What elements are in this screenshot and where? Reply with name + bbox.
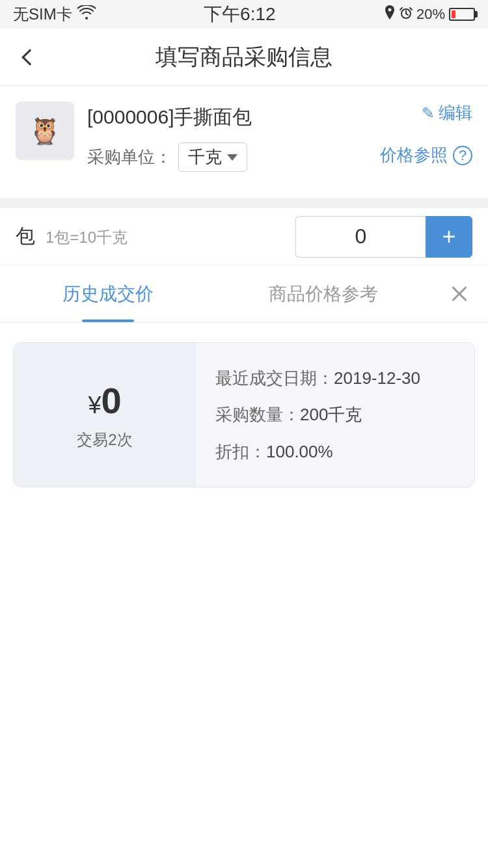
battery-icon — [449, 8, 475, 21]
plus-icon: + — [442, 223, 455, 251]
battery-percent: 20% — [416, 6, 445, 23]
quantity-input-area: + — [295, 216, 472, 258]
purchase-quantity-value: 200千克 — [300, 405, 362, 424]
product-actions: ✎ 编辑 价格参照 ? — [380, 102, 472, 167]
status-time: 下午6:12 — [204, 2, 276, 27]
discount-row: 折扣：100.00% — [215, 440, 455, 463]
tab-history-price[interactable]: 历史成交价 — [0, 265, 215, 322]
tab-header: 历史成交价 商品价格参考 — [0, 265, 488, 323]
currency-symbol: ¥ — [88, 392, 101, 418]
card-price-section: ¥0 交易2次 — [14, 343, 196, 487]
recent-date-label: 最近成交日期： — [215, 368, 334, 388]
product-name: [0000006]手撕面包 — [87, 104, 252, 131]
dropdown-arrow-icon — [227, 154, 237, 161]
discount-value: 100.00% — [266, 442, 333, 461]
svg-line-2 — [406, 14, 408, 15]
unit-select-dropdown[interactable]: 千克 — [178, 142, 247, 172]
price-number: 0 — [101, 380, 121, 421]
wifi-icon — [77, 5, 96, 23]
main-content-area — [0, 507, 488, 868]
tab-close-button[interactable] — [431, 265, 488, 323]
status-bar: 无SIM卡 下午6:12 20% — [0, 0, 488, 29]
tab-section: 历史成交价 商品价格参考 ¥0 交易2次 最近成交日期：2019-12-30 采… — [0, 265, 488, 868]
card-price-value: ¥0 — [88, 379, 121, 422]
product-unit-row: 采购单位： 千克 — [87, 142, 252, 172]
trade-count: 交易2次 — [77, 429, 132, 450]
card-details-section: 最近成交日期：2019-12-30 采购数量：200千克 折扣：100.00% — [196, 343, 474, 487]
back-arrow-icon — [21, 49, 38, 65]
tab-product-price-ref[interactable]: 商品价格参考 — [215, 265, 431, 322]
alarm-icon — [400, 5, 413, 23]
price-ref-button[interactable]: 价格参照 — [380, 144, 448, 167]
edit-label: 编辑 — [439, 102, 472, 124]
quantity-row: 包 1包=10千克 + — [0, 208, 488, 265]
quantity-plus-button[interactable]: + — [426, 216, 472, 258]
product-header: 🦉 [0000006]手撕面包 采购单位： 千克 ✎ 编辑 价格参照 — [16, 102, 472, 172]
back-button[interactable] — [16, 43, 44, 72]
product-info: [0000006]手撕面包 采购单位： 千克 — [87, 102, 252, 172]
status-left: 无SIM卡 — [13, 4, 96, 25]
recent-date-row: 最近成交日期：2019-12-30 — [215, 366, 455, 390]
quantity-equiv: 1包=10千克 — [46, 227, 128, 248]
carrier-text: 无SIM卡 — [13, 4, 72, 25]
edit-icon: ✎ — [422, 104, 435, 122]
product-thumbnail: 🦉 — [16, 102, 74, 160]
product-card: 🦉 [0000006]手撕面包 采购单位： 千克 ✎ 编辑 价格参照 — [0, 86, 488, 198]
unit-label: 采购单位： — [87, 146, 172, 169]
price-ref-row: 价格参照 ? — [380, 144, 472, 167]
page-title: 填写商品采购信息 — [156, 42, 332, 72]
close-icon — [450, 284, 469, 304]
recent-date-value: 2019-12-30 — [334, 368, 420, 388]
tab-history-price-label: 历史成交价 — [62, 282, 154, 306]
location-icon — [384, 5, 396, 23]
unit-value: 千克 — [188, 146, 222, 169]
status-right: 20% — [384, 5, 475, 23]
discount-label: 折扣： — [215, 442, 266, 461]
quantity-left: 包 1包=10千克 — [16, 223, 128, 250]
section-divider — [0, 198, 488, 208]
product-logo: 🦉 — [29, 116, 61, 146]
purchase-quantity-label: 采购数量： — [215, 405, 300, 424]
nav-header: 填写商品采购信息 — [0, 29, 488, 86]
edit-button[interactable]: ✎ 编辑 — [422, 102, 472, 124]
quantity-unit: 包 — [16, 223, 35, 250]
history-price-card: ¥0 交易2次 最近成交日期：2019-12-30 采购数量：200千克 折扣：… — [13, 342, 475, 487]
price-ref-help-icon[interactable]: ? — [453, 146, 472, 165]
purchase-quantity-row: 采购数量：200千克 — [215, 403, 455, 426]
tab-product-price-ref-label: 商品价格参考 — [269, 282, 378, 306]
product-left: 🦉 [0000006]手撕面包 采购单位： 千克 — [16, 102, 252, 172]
quantity-input[interactable] — [295, 216, 426, 258]
